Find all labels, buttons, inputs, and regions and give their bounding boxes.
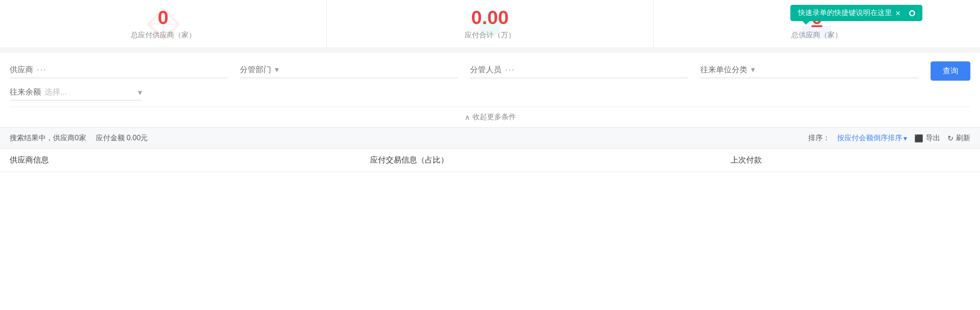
summary-bar: 0 总应付供应商（家） 0.00 应付合计（万） 快速录单的快捷键说明在这里 ×… bbox=[0, 0, 980, 48]
filter-section: 供应商 ··· 分管部门 ▾ 分管人员 ··· 往来单位分类 ▾ 查询 bbox=[0, 53, 980, 128]
filter-department: 分管部门 ▾ bbox=[240, 64, 458, 78]
sort-label: 排序： bbox=[808, 133, 830, 143]
unit-category-dropdown-icon: ▾ bbox=[751, 65, 755, 74]
tooltip-close-button[interactable]: × bbox=[896, 9, 900, 17]
svg-point-4 bbox=[485, 11, 495, 22]
supplier-input[interactable]: ··· bbox=[37, 64, 228, 75]
piggy-icon bbox=[472, 6, 508, 42]
department-label: 分管部门 bbox=[240, 64, 271, 75]
col-header-last-payment: 上次付款 bbox=[730, 155, 971, 166]
collapse-up-icon: ∧ bbox=[465, 113, 470, 122]
filter-manager: 分管人员 ··· bbox=[470, 64, 688, 78]
filter-balance: 往来余额 选择... ▾ bbox=[10, 87, 142, 101]
summary-item-total-suppliers: 快速录单的快捷键说明在这里 × 0 总供应商（家） bbox=[654, 0, 980, 48]
diamond-icon bbox=[146, 7, 180, 41]
summary-item-payable-suppliers: 0 总应付供应商（家） bbox=[0, 0, 327, 48]
balance-placeholder: 选择... bbox=[45, 87, 67, 98]
tooltip-text: 快速录单的快捷键说明在这里 bbox=[798, 8, 892, 18]
refresh-button[interactable]: ↻ 刷新 bbox=[947, 133, 970, 143]
table-body bbox=[0, 172, 980, 310]
supplier-label: 供应商 bbox=[10, 64, 33, 75]
supplier-dots: ··· bbox=[37, 64, 46, 75]
export-label: 导出 bbox=[926, 133, 940, 143]
filter-row-1: 供应商 ··· 分管部门 ▾ 分管人员 ··· 往来单位分类 ▾ 查询 bbox=[10, 61, 970, 81]
export-icon: ⬛ bbox=[914, 134, 923, 143]
svg-rect-8 bbox=[802, 26, 815, 39]
result-bar: 搜索结果中，供应商0家 应付金额 0.00元 排序： 按应付会额倒序排序 ▾ ⬛… bbox=[0, 128, 980, 149]
result-actions: 排序： 按应付会额倒序排序 ▾ ⬛ 导出 ↻ 刷新 bbox=[808, 133, 970, 143]
collapse-button[interactable]: ∧ 收起更多条件 bbox=[465, 112, 516, 122]
filter-unit-category: 往来单位分类 ▾ bbox=[700, 64, 919, 78]
sort-select[interactable]: 按应付会额倒序排序 ▾ bbox=[837, 133, 907, 143]
unit-category-input[interactable]: ▾ bbox=[751, 65, 919, 74]
result-amount: 应付金额 0.00元 bbox=[96, 133, 148, 143]
query-button[interactable]: 查询 bbox=[931, 61, 970, 81]
result-summary: 搜索结果中，供应商0家 应付金额 0.00元 bbox=[10, 133, 148, 143]
unit-category-label: 往来单位分类 bbox=[700, 64, 747, 75]
col-header-transaction-info: 应付交易信息（占比） bbox=[370, 155, 730, 166]
filter-row-2: 往来余额 选择... ▾ bbox=[10, 87, 970, 101]
manager-dots: ··· bbox=[505, 64, 515, 75]
summary-item-payable-total: 0.00 应付合计（万） bbox=[327, 0, 653, 48]
filter-supplier: 供应商 ··· bbox=[10, 64, 228, 78]
svg-rect-5 bbox=[485, 21, 495, 23]
tooltip-dot bbox=[909, 10, 915, 16]
result-supplier-count: 搜索结果中，供应商0家 bbox=[10, 133, 86, 143]
refresh-icon: ↻ bbox=[947, 134, 953, 143]
manager-label: 分管人员 bbox=[470, 64, 501, 75]
department-dropdown-icon: ▾ bbox=[275, 65, 279, 74]
table-header: 供应商信息 应付交易信息（占比） 上次付款 bbox=[0, 149, 980, 172]
svg-rect-9 bbox=[818, 26, 831, 39]
col-header-supplier-info: 供应商信息 bbox=[10, 155, 370, 166]
sort-option-label: 按应付会额倒序排序 bbox=[837, 133, 902, 143]
balance-dropdown-icon: ▾ bbox=[138, 88, 142, 97]
tooltip-bubble[interactable]: 快速录单的快捷键说明在这里 × bbox=[791, 5, 922, 21]
sort-dropdown-icon: ▾ bbox=[903, 134, 907, 143]
department-input[interactable]: ▾ bbox=[275, 65, 458, 74]
export-button[interactable]: ⬛ 导出 bbox=[914, 133, 940, 143]
balance-label: 往来余额 bbox=[10, 87, 41, 98]
collapse-label: 收起更多条件 bbox=[473, 112, 516, 122]
manager-input[interactable]: ··· bbox=[505, 64, 688, 75]
collapse-bar: ∧ 收起更多条件 bbox=[10, 107, 970, 127]
refresh-label: 刷新 bbox=[956, 133, 970, 143]
balance-input[interactable]: 选择... ▾ bbox=[45, 87, 142, 98]
